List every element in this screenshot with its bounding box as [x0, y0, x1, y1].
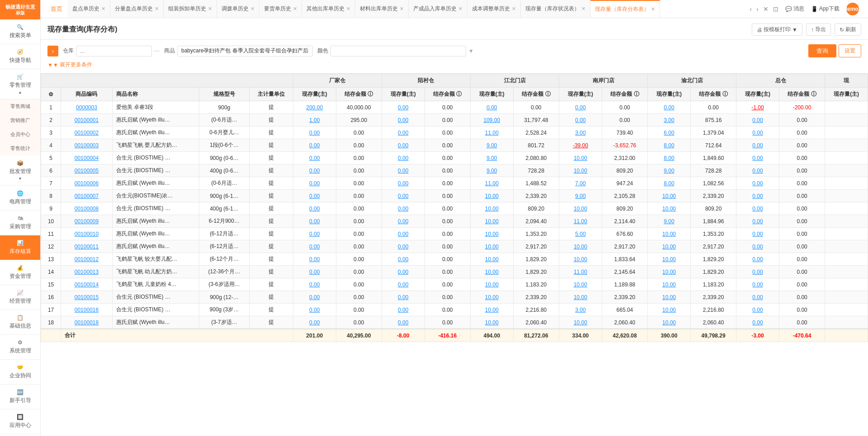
- table-container: 厂家仓 陌村仓 江北门店 南岸门店 渝北门店 总仓 现 ⚙ 商品编码 商品名称 …: [41, 74, 868, 436]
- cell-jiangbei-amt: 2,216.80: [513, 304, 559, 316]
- cell-mocun-amt: 0.00: [425, 101, 470, 114]
- cell-total-amt: 0.00: [779, 177, 825, 190]
- total-factory-qty: 201.00: [293, 329, 336, 342]
- tab-order[interactable]: 要货单历史 ✕: [259, 0, 302, 18]
- cell-factory-amt: 0.00: [336, 177, 382, 190]
- sidebar-item-finance[interactable]: 💰 资金管理: [0, 260, 40, 285]
- cell-jiangbei-amt: 1,183.20: [513, 278, 559, 291]
- sidebar-item-members[interactable]: 会员中心: [0, 127, 40, 141]
- sidebar-item-system[interactable]: ⚙ 系统管理: [0, 335, 40, 360]
- cell-total-qty: 0.00: [736, 164, 779, 177]
- cell-yubei-amt: 2,917.20: [690, 240, 736, 253]
- tab-close-icon[interactable]: ✕: [250, 6, 255, 12]
- tab-close-icon[interactable]: ✕: [293, 6, 297, 12]
- cell-factory-qty: 200.00: [293, 101, 336, 114]
- tab-inventory-status[interactable]: 现存量（库存状况表） ✕: [521, 0, 590, 18]
- col-name: 商品名称: [112, 88, 199, 101]
- tab-product-in[interactable]: 产成品入库单历史 ✕: [409, 0, 467, 18]
- cell-mocun-qty: 0.00: [382, 101, 425, 114]
- sidebar-item-retail[interactable]: 🛒 零售管理 ▲: [0, 69, 40, 99]
- sidebar-item-management[interactable]: 📈 经营管理: [0, 285, 40, 310]
- sidebar-item-enterprise[interactable]: 🤝 企业协同: [0, 360, 40, 384]
- cell-mocun-qty: 0.00: [382, 253, 425, 266]
- sidebar-item-retail-mall[interactable]: 零售商城: [0, 99, 40, 113]
- tab-close-icon[interactable]: ✕: [208, 6, 212, 12]
- sidebar-item-purchase[interactable]: 🛍 采购管理: [0, 211, 40, 235]
- print-btn[interactable]: 🖨 按模板打印 ▼: [752, 23, 802, 36]
- tab-other-out[interactable]: 其他出库单历史 ✕: [302, 0, 355, 18]
- tab-close-icon[interactable]: ✕: [400, 6, 404, 12]
- tab-prev-btn[interactable]: ‹: [747, 5, 754, 13]
- tab-close-icon[interactable]: ✕: [155, 6, 159, 12]
- cell-idx: 11: [41, 228, 61, 240]
- cell-mocun-amt: 0.00: [425, 316, 470, 329]
- home-tab[interactable]: 首页: [45, 5, 68, 13]
- app-download-btn[interactable]: 📱 App下载: [811, 5, 840, 13]
- tab-assembly[interactable]: 组装拆卸单历史 ✕: [164, 0, 217, 18]
- gear-icon[interactable]: ⚙: [48, 91, 53, 98]
- col-mocun-qty: 现存量(主): [382, 88, 425, 101]
- query-btn[interactable]: 查询: [808, 44, 836, 57]
- tab-quantity-check[interactable]: 分量盘点单历史 ✕: [110, 0, 164, 18]
- message-btn[interactable]: 💬 消息: [785, 5, 804, 13]
- user-avatar[interactable]: demo2: [846, 3, 859, 15]
- sidebar-item-inventory[interactable]: 📊 库存核算: [0, 235, 40, 260]
- cell-total-qty: 0.00: [736, 114, 779, 127]
- warehouse-dropdown-icon[interactable]: ⋯: [154, 48, 160, 54]
- sidebar-item-basic[interactable]: 📋 基础信息: [0, 310, 40, 335]
- basic-icon: 📋: [17, 314, 24, 321]
- goods-input[interactable]: [177, 46, 313, 56]
- tab-transfer[interactable]: 调拨单历史 ✕: [217, 0, 259, 18]
- sidebar-item-marketing[interactable]: 营销推广: [0, 113, 40, 127]
- sidebar-item-ecommerce[interactable]: 🌐 电商管理: [0, 186, 40, 211]
- color-dropdown-icon[interactable]: ▼: [468, 48, 474, 54]
- tab-close-all-btn[interactable]: ✕: [761, 5, 771, 13]
- cell-spec: 900g (0-6…: [199, 152, 250, 164]
- tab-close-icon[interactable]: ✕: [651, 6, 655, 12]
- cell-yubei-amt: 2,339.20: [690, 190, 736, 202]
- filter-warehouse: 仓库 ⋯: [63, 46, 160, 56]
- sidebar-item-wholesale[interactable]: 📦 批发管理 ▼: [0, 155, 40, 186]
- col-jiangbei-amt: 结存金额 ⓘ: [513, 88, 559, 101]
- tab-next-btn[interactable]: ›: [754, 5, 761, 13]
- warehouse-input[interactable]: [76, 46, 152, 56]
- col-gear[interactable]: ⚙: [41, 88, 61, 101]
- tab-close-icon[interactable]: ✕: [101, 6, 105, 12]
- tab-inventory-dist[interactable]: 现存量（库存分布表） ✕: [590, 0, 660, 18]
- cell-factory-amt: 0.00: [336, 228, 382, 240]
- cell-factory-qty: 0.00: [293, 202, 336, 215]
- cell-nanan-qty: 10.00: [559, 278, 602, 291]
- sidebar-item-guide[interactable]: 🆕 新手引导: [0, 384, 40, 409]
- sidebar-item-wechat[interactable]: 💬 企业微信: [0, 434, 40, 436]
- tab-material-out[interactable]: 材料出库单历史 ✕: [355, 0, 409, 18]
- color-input[interactable]: [330, 46, 466, 56]
- guide-icon: 🆕: [17, 389, 24, 395]
- tab-close-icon[interactable]: ✕: [458, 6, 462, 12]
- main-content: 现存量查询(库存分布) 🖨 按模板打印 ▼ ↑ 导出 ↻ 刷新 › 仓库 ⋯: [41, 18, 868, 436]
- cell-jiangbei-amt: 1,353.20: [513, 228, 559, 240]
- sidebar-item-search[interactable]: 🔍 搜索英单: [0, 19, 40, 44]
- settings-btn[interactable]: 设置: [839, 44, 861, 57]
- tab-inventory-check[interactable]: 盘点单历史 ✕: [68, 0, 110, 18]
- col-nanan-amt: 结存金额 ⓘ: [602, 88, 647, 101]
- refresh-btn[interactable]: ↻ 刷新: [835, 23, 861, 36]
- tab-close-icon[interactable]: ✕: [581, 6, 585, 12]
- sidebar-item-quick[interactable]: 🧭 快捷导航: [0, 44, 40, 69]
- expand-label[interactable]: ▼▼ 展开更多条件: [47, 61, 861, 69]
- cell-mocun-amt: 0.00: [425, 127, 470, 139]
- tab-expand-btn[interactable]: ⊡: [771, 5, 781, 13]
- tab-close-icon[interactable]: ✕: [346, 6, 350, 12]
- cell-code: 00100008: [61, 202, 113, 215]
- cell-current: [825, 177, 868, 190]
- cell-nanan-amt: 2,312.00: [602, 152, 647, 164]
- sidebar-item-apps[interactable]: 🔲 应用中心: [0, 409, 40, 434]
- sidebar-item-retail-stats[interactable]: 零售统计: [0, 141, 40, 155]
- table-row: 7 00100006 惠氏启赋 (Wyeth illu… (0-6月适… 提 0…: [41, 177, 868, 190]
- expand-toggle-btn[interactable]: ›: [47, 46, 58, 56]
- cell-total-amt: 0.00: [779, 139, 825, 152]
- tab-close-icon[interactable]: ✕: [512, 6, 516, 12]
- tab-cost-adjust[interactable]: 成本调整单历史 ✕: [467, 0, 521, 18]
- total-nanan-qty: 334.00: [559, 329, 602, 342]
- export-btn[interactable]: ↑ 导出: [806, 23, 831, 36]
- cell-jiangbei-qty: 10.00: [471, 278, 514, 291]
